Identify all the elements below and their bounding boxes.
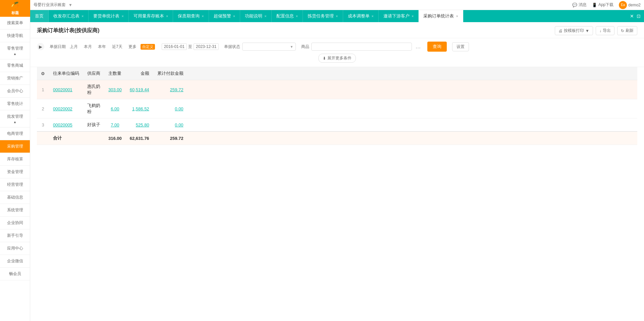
nav-tab-close-6[interactable]: × xyxy=(264,14,266,18)
message-item[interactable]: 💬 消息 xyxy=(572,2,587,8)
nav-tab-3[interactable]: 可用量库存账本× xyxy=(129,10,173,22)
app-logo[interactable]: 🍊 标题 xyxy=(0,0,30,17)
sidebar-item-16[interactable]: 新手引导 xyxy=(0,229,30,242)
qty-link-1[interactable]: 6.00 xyxy=(111,106,119,111)
amount-link-1[interactable]: 1,586.52 xyxy=(132,106,149,111)
nav-tab-1[interactable]: 收发存汇总表× xyxy=(49,10,89,22)
status-filter: 单据状态 xyxy=(224,43,296,51)
sidebar-item-19[interactable]: 畅会员 xyxy=(0,268,30,280)
footer-empty-3 xyxy=(187,131,637,145)
sidebar-item-label-19: 畅会员 xyxy=(9,271,21,277)
paid-link-1[interactable]: 0.00 xyxy=(175,106,183,111)
template-print-button[interactable]: 🖨 按模板打印 ▼ xyxy=(555,26,593,35)
template-print-label: 按模板打印 xyxy=(564,28,584,34)
qty-link-2[interactable]: 7.00 xyxy=(111,122,119,127)
export-button[interactable]: ↓ 导出 xyxy=(596,26,614,35)
sidebar-item-0[interactable]: 搜索菜单 xyxy=(0,17,30,30)
goods-input[interactable] xyxy=(311,43,412,51)
nav-tab-4[interactable]: 保质期查询× xyxy=(173,10,209,22)
shortcut-this-month[interactable]: 本月 xyxy=(82,43,94,50)
sidebar-item-14[interactable]: 系统管理 xyxy=(0,204,30,217)
app-download-item[interactable]: 📱 App下载 xyxy=(592,2,613,8)
nav-tab-2[interactable]: 要货单统计表× xyxy=(89,10,128,22)
shortcut-more[interactable]: 更多 xyxy=(126,43,139,50)
nav-tab-close-3[interactable]: × xyxy=(166,14,168,18)
sidebar-item-8[interactable]: 电商管理 xyxy=(0,127,30,140)
code-link-1[interactable]: 00020002 xyxy=(53,106,72,111)
sidebar-item-6[interactable]: 零售统计 xyxy=(0,98,30,110)
sidebar-item-17[interactable]: 应用中心 xyxy=(0,242,30,255)
table-row-0: 1 00020001 惠氏奶粉 303.00 60,519.44 259.72 xyxy=(37,80,637,99)
nav-tab-close-1[interactable]: × xyxy=(82,14,84,18)
goods-more-button[interactable]: … xyxy=(414,44,422,50)
sidebar-item-7[interactable]: 批发管理▲ xyxy=(0,110,30,127)
sidebar-item-11[interactable]: 资金管理 xyxy=(0,166,30,178)
setting-button[interactable]: 设置 xyxy=(452,42,469,51)
sidebar-item-label-18: 企业微信 xyxy=(7,258,23,264)
user-item[interactable]: Ea demo2 xyxy=(619,1,641,9)
refresh-label: 刷新 xyxy=(626,28,634,34)
cell-extra-0 xyxy=(187,80,637,99)
sidebar-item-1[interactable]: 快捷导航 xyxy=(0,30,30,42)
sidebar-item-4[interactable]: 营销推广 xyxy=(0,72,30,85)
paid-link-2[interactable]: 0.00 xyxy=(175,122,183,127)
sidebar-item-15[interactable]: 企业协同 xyxy=(0,217,30,229)
nav-tab-5[interactable]: 超储预警× xyxy=(209,10,240,22)
sidebar-item-12[interactable]: 经营管理 xyxy=(0,178,30,191)
refresh-button[interactable]: ↻ 刷新 xyxy=(617,26,637,35)
paid-link-0[interactable]: 259.72 xyxy=(170,87,183,92)
nav-tab-close-9[interactable]: × xyxy=(372,14,374,18)
sidebar-item-3[interactable]: 零售商城 xyxy=(0,59,30,72)
expand-button[interactable]: ▶ xyxy=(37,43,44,50)
sidebar-item-label-16: 新手引导 xyxy=(7,233,23,238)
sidebar-item-10[interactable]: 库存核算 xyxy=(0,153,30,166)
sidebar-item-label-8: 电商管理 xyxy=(7,131,23,137)
nav-tab-close-2[interactable]: × xyxy=(121,14,123,18)
nav-close-button[interactable]: ✕ xyxy=(629,13,635,19)
query-button[interactable]: 查询 xyxy=(427,42,447,52)
code-link-2[interactable]: 00020005 xyxy=(53,122,72,127)
date-from[interactable]: 2016-01-01 xyxy=(162,43,187,50)
nav-tab-10[interactable]: 邀请下游客户× xyxy=(379,10,419,22)
sidebar-item-18[interactable]: 企业微信 xyxy=(0,255,30,268)
qty-link-0[interactable]: 303.00 xyxy=(108,87,122,92)
sidebar-item-9[interactable]: 采购管理 xyxy=(0,140,30,153)
nav-tab-6[interactable]: 功能说明× xyxy=(240,10,271,22)
nav-maximize-button[interactable]: ⊡ xyxy=(636,13,641,19)
sidebar-item-label-14: 系统管理 xyxy=(7,207,23,213)
nav-tab-close-8[interactable]: × xyxy=(336,14,338,18)
nav-tab-label-2: 要货单统计表 xyxy=(93,13,119,19)
settings-icon[interactable]: ⚙ xyxy=(41,71,45,76)
expand-more-button[interactable]: ⬇ 展开更多条件 xyxy=(318,54,356,63)
table-row-2: 3 00020005 好孩子 7.00 525.80 0.00 xyxy=(37,118,637,132)
status-select[interactable] xyxy=(242,43,296,51)
nav-tab-close-5[interactable]: × xyxy=(233,14,235,18)
nav-tab-9[interactable]: 成本调整单× xyxy=(343,10,379,22)
nav-tab-11[interactable]: 采购订单统计表× xyxy=(419,10,463,22)
nav-tab-close-7[interactable]: × xyxy=(296,14,298,18)
nav-tab-close-11[interactable]: × xyxy=(456,14,458,18)
sidebar-arrow-7: ▲ xyxy=(13,120,17,124)
code-link-0[interactable]: 00020001 xyxy=(53,87,72,92)
shortcut-last-month[interactable]: 上月 xyxy=(68,43,80,50)
nav-tab-close-4[interactable]: × xyxy=(202,14,204,18)
sidebar-item-2[interactable]: 零售管理▲ xyxy=(0,42,30,59)
nav-tab-7[interactable]: 配置信息× xyxy=(272,10,303,22)
sidebar-item-13[interactable]: 基础信息 xyxy=(0,191,30,204)
nav-tab-0[interactable]: 首页 xyxy=(30,10,49,22)
topbar: 母婴行业演示账套 ▼ 💬 消息 📱 App下载 Ea demo2 xyxy=(30,0,644,10)
date-to[interactable]: 2023-12-31 xyxy=(194,43,219,50)
sidebar-item-5[interactable]: 会员中心 xyxy=(0,85,30,98)
amount-link-0[interactable]: 60,519.44 xyxy=(130,87,149,92)
date-filter: 单据日期 上月 本月 本年 近7天 更多 自定义 xyxy=(50,43,155,50)
amount-link-2[interactable]: 525.80 xyxy=(136,122,149,127)
col-supplier: 供应商 xyxy=(83,67,104,80)
nav-tab-8[interactable]: 拣货任务管理× xyxy=(303,10,343,22)
workspace-dropdown-icon[interactable]: ▼ xyxy=(68,3,72,7)
sidebar-item-label-3: 零售商城 xyxy=(7,63,23,68)
shortcut-this-year[interactable]: 本年 xyxy=(96,43,108,50)
shortcut-7days[interactable]: 近7天 xyxy=(110,43,124,50)
nav-tab-close-10[interactable]: × xyxy=(412,14,414,18)
nav-tab-label-0: 首页 xyxy=(35,13,44,19)
logo-icon: 🍊 xyxy=(10,2,19,10)
